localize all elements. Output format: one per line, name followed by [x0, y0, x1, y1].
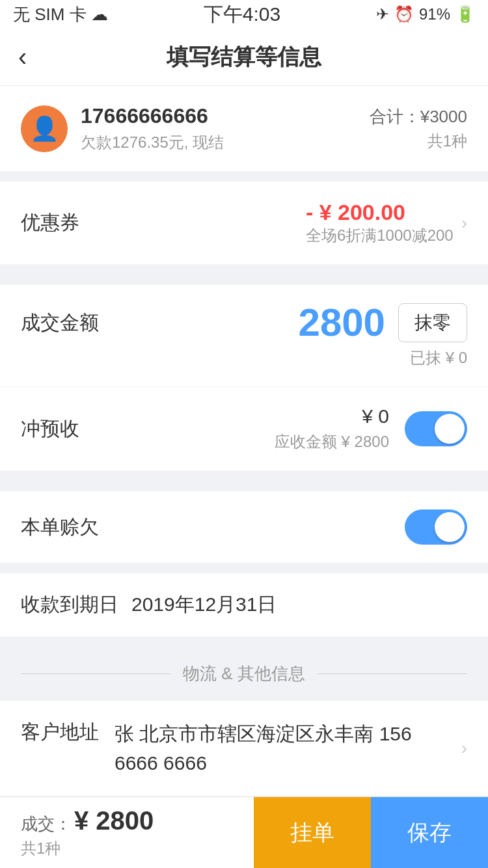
sim-status: 无 SIM 卡 ☁	[13, 3, 108, 26]
amount-section: 成交金额 2800 抹零 已抹 ¥ 0	[0, 285, 488, 387]
coupon-description: 全场6折满1000减200	[306, 225, 454, 246]
save-button[interactable]: 保存	[371, 797, 488, 869]
nav-bar: ‹ 填写结算等信息	[0, 29, 488, 86]
address-row: 客户地址 张 北京市市辖区海淀区永丰南 156 6666 6666 ›	[21, 719, 467, 778]
debt-label: 本单赊欠	[21, 514, 99, 541]
address-label: 客户地址	[21, 719, 99, 746]
amount-sub-text: 已抹 ¥ 0	[21, 347, 467, 368]
duedate-value: 2019年12月31日	[131, 591, 277, 618]
bottom-bar: 成交： ¥ 2800 共1种 挂单 保存	[0, 796, 488, 868]
address-chevron-icon: ›	[461, 738, 467, 759]
avatar: 👤	[21, 105, 68, 152]
coupon-row[interactable]: 优惠券 - ¥ 200.00 全场6折满1000减200 ›	[0, 182, 488, 264]
back-button[interactable]: ‹	[18, 42, 27, 72]
alarm-icon: ⏰	[394, 5, 414, 23]
hang-order-button[interactable]: 挂单	[254, 797, 371, 869]
customer-phone: 17666666666	[81, 104, 224, 128]
status-time: 下午4:03	[204, 1, 280, 28]
customer-left: 👤 17666666666 欠款1276.35元, 现结	[21, 104, 224, 153]
logistics-text: 物流 & 其他信息	[183, 662, 305, 685]
address-section[interactable]: 客户地址 张 北京市市辖区海淀区永丰南 156 6666 6666 ›	[0, 701, 488, 796]
duedate-section: 收款到期日 2019年12月31日	[0, 573, 488, 636]
debt-section: 本单赊欠	[0, 491, 488, 563]
debt-row: 本单赊欠	[21, 509, 467, 545]
battery-icon: 🔋	[455, 5, 475, 23]
amount-value: 2800	[299, 303, 385, 342]
customer-debt: 欠款1276.35元, 现结	[81, 132, 224, 153]
bottom-amount: ¥ 2800	[74, 806, 154, 835]
customer-info-card: 👤 17666666666 欠款1276.35元, 现结 合计：¥3000 共1…	[0, 86, 488, 171]
debt-toggle[interactable]	[405, 509, 467, 545]
precharge-row: 冲预收 ¥ 0 应收金额 ¥ 2800	[21, 405, 467, 452]
customer-details: 17666666666 欠款1276.35元, 现结	[81, 104, 224, 153]
content-area: 👤 17666666666 欠款1276.35元, 现结 合计：¥3000 共1…	[0, 86, 488, 868]
precharge-section: 冲预收 ¥ 0 应收金额 ¥ 2800	[0, 387, 488, 470]
page-title: 填写结算等信息	[167, 42, 321, 72]
status-left: 无 SIM 卡 ☁	[13, 3, 108, 26]
amount-right: 2800 抹零	[299, 303, 467, 342]
bottom-count: 共1种	[21, 838, 233, 859]
precharge-right: ¥ 0 应收金额 ¥ 2800	[275, 405, 467, 452]
total-label: 合计：¥3000	[370, 105, 467, 128]
customer-total: 合计：¥3000 共1种	[370, 105, 467, 152]
bottom-transaction-label-row: 成交： ¥ 2800	[21, 806, 233, 835]
coupon-right: - ¥ 200.00 全场6折满1000减200 ›	[306, 200, 467, 246]
battery-level: 91%	[419, 5, 450, 23]
duedate-label: 收款到期日	[21, 591, 118, 618]
precharge-amount-value: ¥ 0	[275, 405, 389, 427]
round-down-button[interactable]: 抹零	[398, 303, 467, 342]
amount-row: 成交金额 2800 抹零	[21, 303, 467, 342]
section-divider-1	[0, 275, 488, 285]
logistics-line-right	[318, 673, 467, 674]
location-icon: ✈	[376, 5, 389, 23]
precharge-amount: ¥ 0 应收金额 ¥ 2800	[275, 405, 389, 452]
bottom-info: 成交： ¥ 2800 共1种	[0, 806, 254, 859]
status-bar: 无 SIM 卡 ☁ 下午4:03 ✈ ⏰ 91% 🔋	[0, 0, 488, 29]
precharge-toggle[interactable]	[405, 411, 467, 446]
address-content: 张 北京市市辖区海淀区永丰南 156 6666 6666	[115, 719, 454, 778]
logistics-header: 物流 & 其他信息	[0, 647, 488, 701]
section-divider-2	[0, 481, 488, 491]
bottom-transaction-label: 成交：	[21, 813, 72, 835]
coupon-discount: - ¥ 200.00	[306, 200, 454, 225]
duedate-row: 收款到期日 2019年12月31日	[21, 591, 467, 618]
coupon-chevron-icon: ›	[461, 213, 467, 234]
logistics-line-left	[21, 673, 170, 674]
coupon-label: 优惠券	[21, 210, 79, 236]
precharge-label: 冲预收	[21, 416, 79, 442]
avatar-icon: 👤	[30, 115, 59, 142]
precharge-sub-text: 应收金额 ¥ 2800	[275, 431, 389, 452]
status-right: ✈ ⏰ 91% 🔋	[376, 5, 475, 23]
total-count: 共1种	[370, 131, 467, 152]
amount-label: 成交金额	[21, 310, 99, 336]
